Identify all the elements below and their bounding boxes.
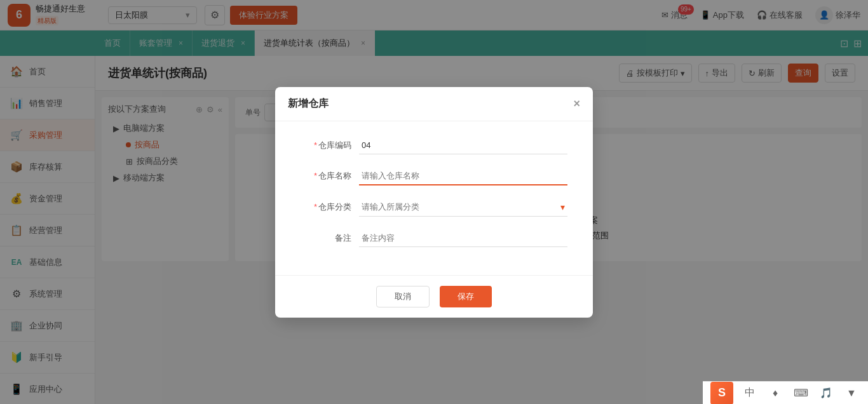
keyboard-icon[interactable]: ⌨ [792, 384, 810, 402]
modal-body: *仓库编码 *仓库名称 *仓库分类 ▾ [275, 121, 593, 275]
bottom-bar: S 中 ♦ ⌨ 🎵 ▼ [703, 381, 868, 404]
modal-overlay[interactable]: 新增仓库 × *仓库编码 *仓库名称 *仓库分类 [0, 0, 868, 404]
warehouse-note-input[interactable] [359, 229, 567, 247]
warehouse-category-label: *仓库分类 [301, 201, 351, 213]
diamond-icon: ♦ [766, 384, 784, 402]
s-logo: S [710, 382, 733, 405]
warehouse-name-input[interactable] [359, 167, 567, 185]
warehouse-category-select[interactable]: ▾ [359, 198, 567, 217]
modal-footer: 取消 保存 [275, 275, 593, 318]
save-button[interactable]: 保存 [440, 286, 492, 307]
volume-icon[interactable]: 🎵 [817, 384, 835, 402]
warehouse-code-row: *仓库编码 [301, 137, 567, 154]
warehouse-code-input[interactable] [359, 137, 567, 154]
cancel-button[interactable]: 取消 [376, 286, 430, 307]
modal-close-button[interactable]: × [573, 98, 580, 109]
warehouse-category-row: *仓库分类 ▾ [301, 198, 567, 217]
add-warehouse-modal: 新增仓库 × *仓库编码 *仓库名称 *仓库分类 [275, 87, 593, 318]
expand-down-icon[interactable]: ▼ [843, 384, 860, 402]
warehouse-code-label: *仓库编码 [301, 140, 351, 151]
category-dropdown-icon: ▾ [560, 202, 565, 212]
warehouse-name-row: *仓库名称 [301, 167, 567, 185]
warehouse-note-row: 备注 [301, 229, 567, 247]
modal-title: 新增仓库 [288, 97, 329, 111]
warehouse-name-label: *仓库名称 [301, 170, 351, 182]
warehouse-note-label: 备注 [301, 232, 351, 244]
warehouse-category-input[interactable] [362, 202, 560, 212]
modal-header: 新增仓库 × [275, 87, 593, 121]
chinese-input-icon[interactable]: 中 [741, 384, 759, 402]
